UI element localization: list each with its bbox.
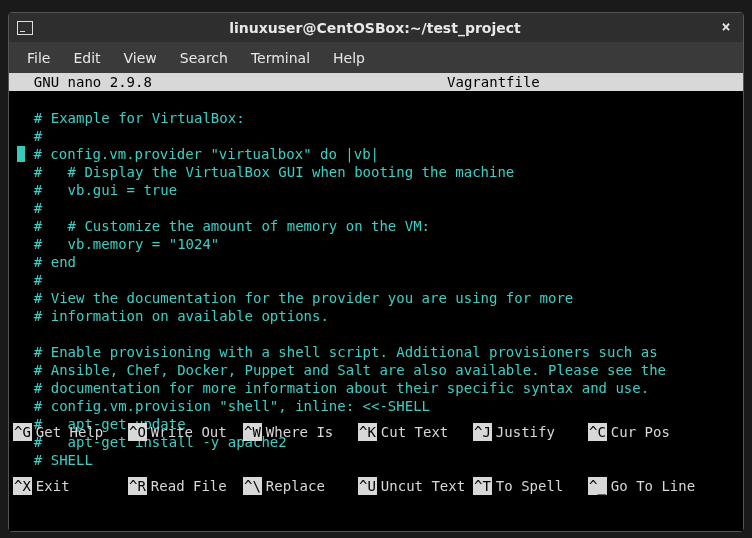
editor-line: # # Customize the amount of memory on th… bbox=[17, 217, 735, 235]
shortcut: ^RRead File bbox=[128, 477, 243, 495]
shortcut-key: ^K bbox=[358, 423, 377, 441]
shortcut-desc: Where Is bbox=[262, 423, 335, 441]
editor-line: # vb.memory = "1024" bbox=[17, 235, 735, 253]
shortcut-desc: Exit bbox=[32, 477, 72, 495]
editor-line: # bbox=[17, 271, 735, 289]
shortcut-desc: Cut Text bbox=[377, 423, 450, 441]
editor-line: # View the documentation for the provide… bbox=[17, 289, 735, 307]
editor-line bbox=[17, 91, 735, 109]
shortcut-key: ^W bbox=[243, 423, 262, 441]
shortcut: ^\Replace bbox=[243, 477, 358, 495]
shortcut-desc: To Spell bbox=[492, 477, 565, 495]
shortcut-key: ^\ bbox=[243, 477, 262, 495]
menu-view[interactable]: View bbox=[114, 46, 167, 70]
nano-version: GNU nano 2.9.8 bbox=[17, 73, 152, 91]
menu-search[interactable]: Search bbox=[170, 46, 238, 70]
close-icon[interactable]: × bbox=[717, 19, 735, 37]
shortcut: ^WWhere Is bbox=[243, 423, 358, 441]
terminal-area[interactable]: GNU nano 2.9.8 Vagrantfile # Example for… bbox=[9, 73, 743, 531]
editor-line: # Enable provisioning with a shell scrip… bbox=[17, 343, 735, 361]
shortcuts-row-1: ^GGet Help^OWrite Out^WWhere Is^KCut Tex… bbox=[13, 423, 739, 441]
menubar: File Edit View Search Terminal Help bbox=[9, 43, 743, 73]
menu-help[interactable]: Help bbox=[323, 46, 375, 70]
shortcut-desc: Replace bbox=[262, 477, 327, 495]
shortcut-key: ^_ bbox=[588, 477, 607, 495]
shortcut: ^JJustify bbox=[473, 423, 588, 441]
shortcut-desc: Read File bbox=[147, 477, 229, 495]
shortcut-desc: Justify bbox=[492, 423, 557, 441]
terminal-icon bbox=[17, 21, 33, 35]
editor-line: # information on available options. bbox=[17, 307, 735, 325]
editor-line: # Ansible, Chef, Docker, Puppet and Salt… bbox=[17, 361, 735, 379]
nano-header: GNU nano 2.9.8 Vagrantfile bbox=[9, 73, 743, 91]
editor-line: # vb.gui = true bbox=[17, 181, 735, 199]
nano-shortcuts: ^GGet Help^OWrite Out^WWhere Is^KCut Tex… bbox=[9, 387, 743, 531]
shortcut: ^XExit bbox=[13, 477, 128, 495]
menu-edit[interactable]: Edit bbox=[63, 46, 110, 70]
shortcut-key: ^U bbox=[358, 477, 377, 495]
menu-terminal[interactable]: Terminal bbox=[241, 46, 320, 70]
shortcut: ^CCur Pos bbox=[588, 423, 703, 441]
shortcut-key: ^R bbox=[128, 477, 147, 495]
shortcut-desc: Write Out bbox=[147, 423, 229, 441]
shortcut-key: ^X bbox=[13, 477, 32, 495]
shortcut: ^GGet Help bbox=[13, 423, 128, 441]
editor-line: # bbox=[17, 199, 735, 217]
shortcut-key: ^G bbox=[13, 423, 32, 441]
shortcut-desc: Cur Pos bbox=[607, 423, 672, 441]
shortcut-desc: Uncut Text bbox=[377, 477, 467, 495]
editor-line: # bbox=[17, 127, 735, 145]
window-title: linuxuser@CentOSBox:~/test_project bbox=[33, 20, 717, 36]
terminal-window: linuxuser@CentOSBox:~/test_project × Fil… bbox=[8, 12, 744, 532]
shortcut: ^UUncut Text bbox=[358, 477, 473, 495]
shortcut-key: ^J bbox=[473, 423, 492, 441]
shortcut-desc: Get Help bbox=[32, 423, 105, 441]
shortcut: ^OWrite Out bbox=[128, 423, 243, 441]
editor-line: # Example for VirtualBox: bbox=[17, 109, 735, 127]
shortcut: ^KCut Text bbox=[358, 423, 473, 441]
shortcut: ^_Go To Line bbox=[588, 477, 703, 495]
shortcut-desc: Go To Line bbox=[607, 477, 697, 495]
shortcut-key: ^C bbox=[588, 423, 607, 441]
shortcut: ^TTo Spell bbox=[473, 477, 588, 495]
editor-line: # config.vm.provider "virtualbox" do |vb… bbox=[17, 145, 735, 163]
menu-file[interactable]: File bbox=[17, 46, 60, 70]
shortcut-key: ^O bbox=[128, 423, 147, 441]
nano-filename: Vagrantfile bbox=[152, 73, 735, 91]
editor-line: # end bbox=[17, 253, 735, 271]
cursor bbox=[17, 146, 25, 162]
editor-line bbox=[17, 325, 735, 343]
shortcuts-row-2: ^XExit^RRead File^\Replace^UUncut Text^T… bbox=[13, 477, 739, 495]
editor-line: # # Display the VirtualBox GUI when boot… bbox=[17, 163, 735, 181]
titlebar: linuxuser@CentOSBox:~/test_project × bbox=[9, 13, 743, 43]
shortcut-key: ^T bbox=[473, 477, 492, 495]
